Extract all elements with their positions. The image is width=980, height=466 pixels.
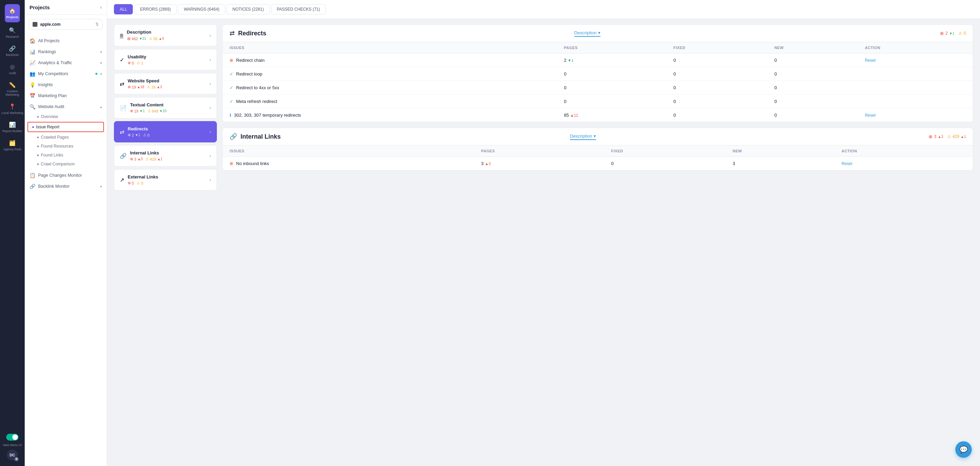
warning-triangle-icon-2: ⚠: [137, 61, 140, 65]
nav-item-backlinks[interactable]: 🔗 Backlinks: [0, 42, 25, 60]
main-content: ALL ERRORS (2869) WARNINGS (6464) NOTICE…: [107, 0, 980, 466]
new-menu-ui-toggle[interactable]: [6, 434, 19, 441]
sidebar-sub-found-links[interactable]: Found Links: [25, 151, 107, 159]
sidebar-label-website-audit: Website Audit: [38, 104, 97, 109]
issue-card-description[interactable]: ≡ Description ⊗ 462 ▼21 ⚠ 55 ▲4: [114, 24, 217, 46]
sidebar-sub-found-resources[interactable]: Found Resources: [25, 142, 107, 151]
nav-item-local-marketing[interactable]: 📍 Local Marketing: [0, 100, 25, 118]
redirects-description-button[interactable]: Description ▾: [574, 30, 600, 37]
filter-btn-warnings[interactable]: WARNINGS (6464): [178, 4, 226, 14]
sidebar-item-my-competitors[interactable]: 👥 My Competitors ▾: [25, 68, 107, 79]
issue-card-usability[interactable]: ✓ Usability ⊗ 0 ⚠ 1 ›: [114, 49, 217, 70]
issue-card-textual-content[interactable]: 📄 Textual Content ⊗ 19 ▼1 ⚠ 649 ▼10: [114, 97, 217, 118]
il-col-issues: ISSUES: [223, 145, 474, 157]
sidebar-item-website-audit[interactable]: 🔍 Website Audit ▴: [25, 101, 107, 112]
overview-dot: [37, 116, 39, 118]
avatar-initials: DC: [10, 453, 15, 457]
nav-wrap-local-marketing: 📍 Local Marketing: [0, 100, 25, 118]
sidebar-sub-issue-report[interactable]: Issue Report: [28, 122, 103, 131]
issue-card-redirects[interactable]: ⇄ Redirects ⊗ 2 ▼1 ⚠ 0: [114, 121, 217, 142]
sidebar-item-insights[interactable]: 💡 Insights: [25, 79, 107, 90]
sidebar-label-backlink-monitor: Backlink Monitor: [38, 184, 97, 189]
nav-item-report-builder[interactable]: 📊 Report Builder: [0, 118, 25, 136]
issue-card-website-speed[interactable]: ⇄ Website Speed ⊗ 19 ▲18 ⚠ 26 ▲3: [114, 73, 217, 94]
error-circle-icon-3: ⊗: [128, 85, 131, 89]
usability-card-icon: ✓: [120, 57, 124, 63]
il-col-fixed: FIXED: [604, 145, 726, 157]
sidebar-item-page-changes-monitor[interactable]: 📋 Page Changes Monitor: [25, 170, 107, 181]
nav-item-projects[interactable]: 🏠 Projects: [5, 4, 20, 22]
chevron-down-icon-2: ▾: [593, 134, 596, 138]
issue-card-internal-links[interactable]: 🔗 Internal Links ⊗ 3 ▲3 ⚠ 429 ▲1: [114, 145, 217, 167]
external-links-card-arrow: ›: [209, 177, 211, 183]
project-selector[interactable]: apple.com ⇅: [29, 19, 103, 30]
insights-icon: 💡: [30, 82, 35, 87]
row-success-icon-3: ✓: [229, 99, 233, 104]
il-reset-button[interactable]: Reset: [842, 161, 852, 166]
pages-cell: 0: [557, 81, 667, 95]
filter-bar: ALL ERRORS (2869) WARNINGS (6464) NOTICE…: [107, 0, 980, 19]
sidebar-sub-crawled-pages[interactable]: Crawled Pages: [25, 133, 107, 142]
il-fixed-cell: 0: [604, 157, 726, 170]
textual-content-card-title: Textual Content: [130, 102, 206, 107]
filter-btn-passed[interactable]: PASSED CHECKS (71): [271, 4, 326, 14]
speed-card-arrow: ›: [209, 81, 211, 86]
pages-cell: 2 ▼1: [557, 54, 667, 67]
sidebar-sub-label-found-links: Found Links: [41, 153, 63, 157]
sidebar-close-button[interactable]: ‹: [100, 4, 102, 10]
row-error-icon: ⊗: [229, 58, 233, 63]
marketing-plan-icon: 📅: [30, 93, 35, 99]
crawl-comparison-dot: [37, 163, 39, 165]
nav-item-audit[interactable]: ◎ Audit: [0, 60, 25, 78]
content-marketing-icon: ✏️: [9, 82, 16, 88]
nav-item-content-marketing[interactable]: ✏️ Content Marketing: [0, 78, 25, 100]
sidebar-item-analytics-traffic[interactable]: 📈 Analytics & Traffic ▾: [25, 57, 107, 68]
internal-links-detail-header: 🔗 Internal Links Description ▾ ⊗ 3 ▲3: [223, 128, 973, 145]
home-icon: 🏠: [9, 8, 16, 14]
competitors-dot: [95, 73, 97, 75]
usability-warning-badge: ⚠ 1: [137, 61, 143, 65]
nav-item-agency-pack[interactable]: 🗂️ Agency Pack: [0, 136, 25, 154]
il-col-action: ACTION: [835, 145, 973, 157]
project-name: apple.com: [40, 22, 93, 27]
usability-card-title: Usability: [128, 54, 206, 59]
textual-content-card-body: Textual Content ⊗ 19 ▼1 ⚠ 649 ▼10: [130, 102, 206, 113]
reset-button-0[interactable]: Reset: [865, 58, 875, 63]
backlink-monitor-icon: 🔗: [30, 184, 35, 189]
il-row-error-icon: ⊗: [229, 161, 233, 166]
analytics-icon: 📈: [30, 60, 35, 65]
il-col-new: NEW: [726, 145, 835, 157]
usability-card-arrow: ›: [209, 57, 211, 62]
nav-label-content-marketing: Content Marketing: [2, 89, 23, 96]
table-row: ✓ Redirect to 4xx or 5xx 0 0 0: [223, 81, 973, 95]
sidebar-item-marketing-plan[interactable]: 📅 Marketing Plan: [25, 90, 107, 101]
nav-item-research[interactable]: 🔍 Research: [0, 24, 25, 42]
internal-links-detail-section: 🔗 Internal Links Description ▾ ⊗ 3 ▲3: [222, 128, 973, 170]
user-avatar[interactable]: DC ⚙: [7, 450, 18, 461]
issue-card-external-links[interactable]: ↗ External Links ⊗ 0 ⚠ 0 ›: [114, 169, 217, 191]
backlink-monitor-arrow-icon: ▾: [100, 184, 102, 188]
internal-links-detail-badges: ⊗ 3 ▲3 ⚠ 429 ▲1: [929, 134, 966, 139]
chat-button[interactable]: 💬: [955, 441, 972, 458]
issue-cell: ✓ Meta refresh redirect: [223, 95, 557, 108]
description-warning-badge: ⚠ 55 ▲4: [149, 37, 164, 41]
sidebar-title: Projects: [30, 5, 50, 10]
sidebar-sub-crawl-comparison[interactable]: Crawl Comparison: [25, 159, 107, 169]
reset-button-4[interactable]: Reset: [865, 113, 875, 118]
warning-triangle-icon-6: ⚠: [145, 157, 149, 161]
sidebar-item-rankings[interactable]: 📊 Rankings ▾: [25, 46, 107, 57]
filter-btn-notices[interactable]: NOTICES (2281): [226, 4, 269, 14]
redirects-detail-section: ⇄ Redirects Description ▾ ⊗ 2 ▼1: [222, 24, 973, 122]
filter-btn-errors[interactable]: ERRORS (2869): [134, 4, 177, 14]
sidebar-sub-overview[interactable]: Overview: [25, 112, 107, 121]
internal-links-table-head: ISSUES PAGES FIXED NEW ACTION: [223, 145, 973, 157]
col-issues: ISSUES: [223, 42, 557, 54]
sidebar-item-all-projects[interactable]: 🏠 All Projects: [25, 35, 107, 46]
sidebar-item-backlink-monitor[interactable]: 🔗 Backlink Monitor ▾: [25, 181, 107, 192]
website-speed-card-body: Website Speed ⊗ 19 ▲18 ⚠ 26 ▲3: [128, 78, 206, 89]
internal-links-stats: ⊗ 3 ▲3 ⚠ 429 ▲1: [130, 157, 206, 161]
filter-btn-all[interactable]: ALL: [114, 4, 133, 14]
internal-links-description-button[interactable]: Description ▾: [570, 134, 596, 140]
table-row: ✓ Redirect loop 0 0 0: [223, 67, 973, 81]
error-icon: ⊗: [940, 30, 944, 36]
